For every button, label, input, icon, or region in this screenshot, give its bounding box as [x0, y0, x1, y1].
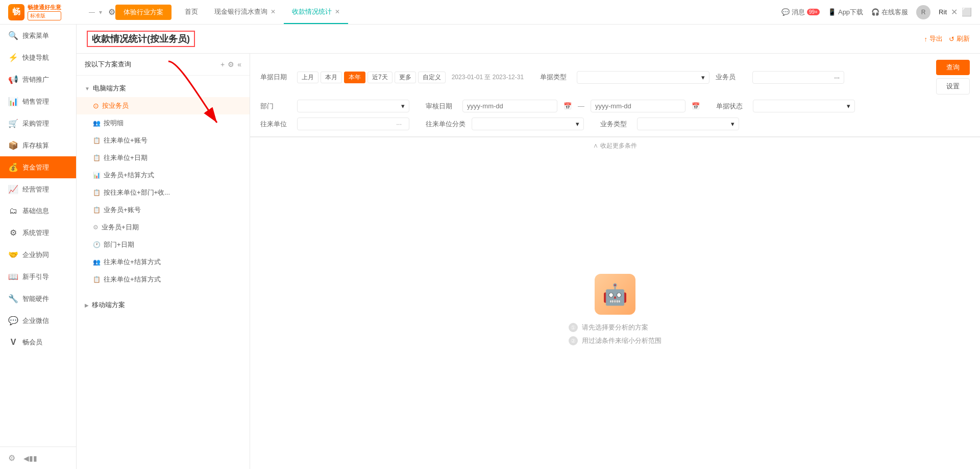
sidebar-item-guide[interactable]: 📖 新手引导 — [0, 266, 76, 288]
tab-bank-flow[interactable]: 现金银行流水查询 ✕ — [206, 0, 284, 24]
scheme-salesperson-settlement[interactable]: 📊 业务员+结算方式 — [77, 167, 250, 184]
calendar-icon-start[interactable]: 📅 — [564, 102, 572, 110]
sidebar-item-operations[interactable]: 📈 经营管理 — [0, 178, 76, 200]
date-btn-this-year[interactable]: 本年 — [344, 72, 365, 83]
biz-type-select[interactable]: ▾ — [637, 118, 739, 130]
tab-home[interactable]: 首页 — [177, 0, 206, 24]
dept-date-icon: 🕐 — [93, 241, 101, 248]
scheme-counterpart-account[interactable]: 📋 往来单位+账号 — [77, 132, 250, 149]
scheme-counterpart-date[interactable]: 📋 往来单位+日期 — [77, 149, 250, 167]
dept-select[interactable]: ▾ — [297, 100, 409, 112]
doc-type-chevron: ▾ — [701, 74, 705, 81]
date-btn-more[interactable]: 更多 — [395, 72, 416, 83]
online-service-button[interactable]: 🎧 在线客服 — [871, 8, 908, 17]
counterpart-select[interactable]: ··· — [297, 118, 409, 130]
close-tab-receivables[interactable]: ✕ — [335, 8, 340, 15]
scheme-by-detail[interactable]: 👥 按明细 — [77, 114, 250, 132]
sidebar-item-quick-nav[interactable]: ⚡ 快捷导航 — [0, 46, 76, 68]
app-download-button[interactable]: 📱 App下载 — [828, 8, 863, 17]
date-btn-custom[interactable]: 自定义 — [418, 72, 446, 83]
action-buttons: 查询 设置 — [936, 60, 970, 95]
operations-icon: 📈 — [8, 184, 18, 194]
scheme-settings-btn[interactable]: ⚙ — [228, 60, 234, 68]
window-close-btn[interactable]: ✕ — [951, 7, 958, 17]
filter-area: 单据日期 上月 本月 本年 近7天 更多 自定义 2023-01-01 至 20… — [250, 54, 980, 137]
salesperson-label: 业务员 — [716, 73, 746, 82]
breadcrumb-dropdown[interactable]: ▾ — [99, 9, 102, 16]
sidebar-item-basic-info[interactable]: 🗂 基础信息 — [0, 200, 76, 222]
settings-gear[interactable]: ⚙ — [108, 7, 115, 17]
export-icon: ↑ — [924, 35, 928, 43]
sidebar-item-wechat[interactable]: 💬 企业微信 — [0, 310, 76, 332]
doc-type-select[interactable]: ▾ — [577, 71, 709, 84]
inventory-icon: 📦 — [8, 140, 18, 150]
sidebar-collapse-icon[interactable]: ◀▮▮ — [23, 454, 37, 462]
content-body: 按以下方案查询 + ⚙ « ▼ 电脑端方案 ⊙ 按业务员 — [77, 54, 980, 469]
breadcrumb-area: — ▾ — [89, 9, 102, 16]
sidebar-item-sales[interactable]: 📊 销售管理 — [0, 90, 76, 112]
scheme-by-salesperson[interactable]: ⊙ 按业务员 — [77, 97, 250, 114]
settings-button[interactable]: 设置 — [936, 78, 970, 95]
guide-icon: 📖 — [8, 272, 18, 282]
salesperson-select[interactable]: ··· — [752, 71, 844, 84]
message-button[interactable]: 💬 消息 99+ — [781, 8, 820, 17]
scheme-dept-date[interactable]: 🕐 部门+日期 — [77, 236, 250, 253]
sidebar-item-purchase[interactable]: 🛒 采购管理 — [0, 112, 76, 134]
sidebar-item-inventory[interactable]: 📦 库存核算 — [0, 134, 76, 156]
page-header: 收款情况统计(按业务员) ↑ 导出 ↺ 刷新 — [77, 25, 980, 54]
sidebar-item-system[interactable]: ⚙ 系统管理 — [0, 222, 76, 244]
review-date-end[interactable] — [591, 100, 685, 112]
desktop-schemes-parent[interactable]: ▼ 电脑端方案 — [77, 80, 250, 97]
collapse-more-btn[interactable]: ∧ 收起更多条件 — [250, 137, 980, 154]
counterpart-ellipsis[interactable]: ··· — [393, 120, 405, 128]
counterpart-dept-icon: 📋 — [93, 189, 101, 196]
marketing-icon: 📢 — [8, 75, 18, 84]
date-option-buttons: 上月 本月 本年 近7天 更多 自定义 — [297, 72, 446, 83]
date-btn-this-month[interactable]: 本月 — [321, 72, 342, 83]
scheme-counterpart-settlement1[interactable]: 👥 往来单位+结算方式 — [77, 253, 250, 271]
tab-receivables[interactable]: 收款情况统计 ✕ — [284, 0, 348, 24]
collab-icon: 🤝 — [8, 250, 18, 260]
sidebar-item-finance[interactable]: 💰 资金管理 — [0, 156, 76, 178]
refresh-button[interactable]: ↺ 刷新 — [949, 34, 970, 43]
date-label: 单据日期 — [260, 73, 291, 82]
sidebar-item-search[interactable]: 🔍 搜索菜单 — [0, 25, 76, 46]
counterpart-type-select[interactable]: ▾ — [472, 118, 584, 130]
date-range-text: 2023-01-01 至 2023-12-31 — [452, 73, 524, 82]
counterpart-label: 往来单位 — [260, 120, 291, 129]
window-controls: ✕ ⬜ — [951, 7, 972, 17]
desktop-schemes-section: ▼ 电脑端方案 ⊙ 按业务员 👥 按明细 📋 往来单位+账号 — [77, 76, 250, 292]
sidebar-item-marketing[interactable]: 📢 营销推广 — [0, 68, 76, 90]
close-tab-bank-flow[interactable]: ✕ — [271, 8, 276, 15]
main-layout: 🔍 搜索菜单 ⚡ 快捷导航 📢 营销推广 📊 销售管理 🛒 采购管理 📦 库存核… — [0, 25, 980, 469]
scheme-salesperson-account[interactable]: 📋 业务员+账号 — [77, 201, 250, 219]
doc-status-select[interactable]: ▾ — [753, 100, 855, 112]
export-button[interactable]: ↑ 导出 — [924, 34, 943, 43]
calendar-icon-end[interactable]: 📅 — [692, 102, 700, 110]
sidebar-item-collab[interactable]: 🤝 企业协同 — [0, 244, 76, 266]
mobile-schemes-parent[interactable]: ▶ 移动端方案 — [77, 296, 250, 314]
add-scheme-btn[interactable]: + — [220, 60, 225, 68]
scheme-counterpart-settlement2[interactable]: 📋 往来单位+结算方式 — [77, 271, 250, 288]
scheme-salesperson-date[interactable]: ⚙ 业务员+日期 — [77, 219, 250, 236]
salesperson-more-icon: ··· — [834, 74, 840, 81]
mobile-schemes-section: ▶ 移动端方案 — [77, 292, 250, 318]
scheme-counterpart-dept[interactable]: 📋 按往来单位+部门+收... — [77, 184, 250, 201]
collapse-panel-btn[interactable]: « — [237, 60, 241, 68]
counterpart-type-chevron: ▾ — [576, 120, 579, 128]
sidebar-item-hardware[interactable]: 🔧 智能硬件 — [0, 288, 76, 310]
page-title: 收款情况统计(按业务员) — [92, 34, 190, 44]
date-btn-last-month[interactable]: 上月 — [297, 72, 318, 83]
user-avatar[interactable]: R — [916, 5, 930, 19]
review-date-start[interactable] — [462, 100, 557, 112]
service-icon: 🎧 — [871, 8, 879, 16]
system-icon: ⚙ — [8, 228, 18, 238]
date-btn-7days[interactable]: 近7天 — [368, 72, 393, 83]
message-icon: 💬 — [781, 8, 790, 16]
trial-button[interactable]: 体验行业方案 — [115, 5, 172, 20]
query-button[interactable]: 查询 — [936, 60, 970, 75]
window-maximize-btn[interactable]: ⬜ — [962, 7, 972, 17]
sidebar-settings-icon[interactable]: ⚙ — [8, 453, 15, 463]
doc-status-label: 单据状态 — [716, 102, 747, 111]
sidebar-item-vip[interactable]: V 畅会员 — [0, 332, 76, 353]
